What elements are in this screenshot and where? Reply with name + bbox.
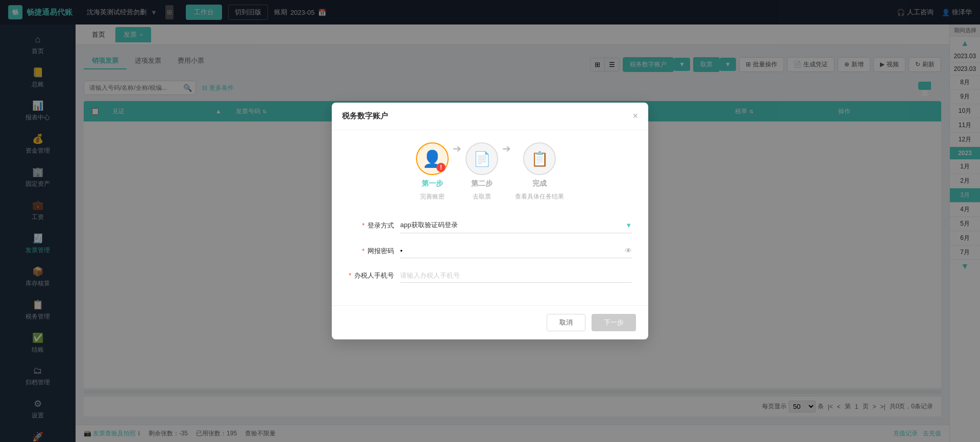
cancel-button[interactable]: 取消 [547, 314, 585, 331]
step-connector-2: ➔ [502, 142, 511, 175]
phone-input[interactable] [400, 268, 632, 283]
modal-close-button[interactable]: × [632, 111, 638, 121]
step-1-title: 第一步 [422, 179, 443, 188]
modal-header: 税务数字账户 × [332, 103, 648, 130]
tax-digital-modal: 税务数字账户 × 👤 ! 第一步 完善账密 ➔ [332, 103, 648, 339]
step-1-error-badge: ! [436, 163, 446, 172]
modal-footer: 取消 下一步 [332, 305, 648, 339]
step-connector-1: ➔ [453, 142, 461, 175]
phone-label: * 办税人手机号 [348, 271, 394, 280]
step-1-icon: 👤 ! [416, 142, 449, 175]
login-method-select[interactable]: app获取验证码登录 ▼ [400, 217, 632, 233]
password-wrapper: 👁 [400, 243, 632, 258]
password-toggle-icon[interactable]: 👁 [625, 247, 632, 255]
arrow-right-icon: ➔ [453, 142, 461, 155]
login-method-label: * 登录方式 [348, 221, 394, 230]
step-3-title: 完成 [532, 179, 547, 188]
step-1-desc: 完善账密 [420, 192, 445, 201]
steps-row: 👤 ! 第一步 完善账密 ➔ 📄 第二步 去取票 [348, 142, 632, 201]
step-2-desc: 去取票 [473, 192, 491, 201]
step-2-title: 第二步 [471, 179, 493, 188]
arrow-right-icon-2: ➔ [502, 142, 511, 155]
next-step-button[interactable]: 下一步 [592, 314, 636, 331]
step-3-icon: 📋 [523, 142, 556, 175]
step-2: 📄 第二步 去取票 [465, 142, 498, 201]
modal-title: 税务数字账户 [342, 111, 388, 121]
modal-body: 👤 ! 第一步 完善账密 ➔ 📄 第二步 去取票 [332, 130, 648, 305]
step-1: 👤 ! 第一步 完善账密 [416, 142, 449, 201]
modal-overlay[interactable]: 税务数字账户 × 👤 ! 第一步 完善账密 ➔ [0, 0, 980, 442]
step-3: 📋 完成 查看具体任务结果 [515, 142, 564, 201]
password-input[interactable] [400, 247, 625, 255]
form-row-password: * 网报密码 👁 [348, 243, 632, 258]
form-row-phone: * 办税人手机号 [348, 268, 632, 283]
form-row-login-method: * 登录方式 app获取验证码登录 ▼ [348, 217, 632, 233]
select-arrow-icon: ▼ [625, 222, 632, 229]
step-3-desc: 查看具体任务结果 [515, 192, 564, 201]
step-2-icon: 📄 [465, 142, 498, 175]
password-label: * 网报密码 [348, 247, 394, 256]
